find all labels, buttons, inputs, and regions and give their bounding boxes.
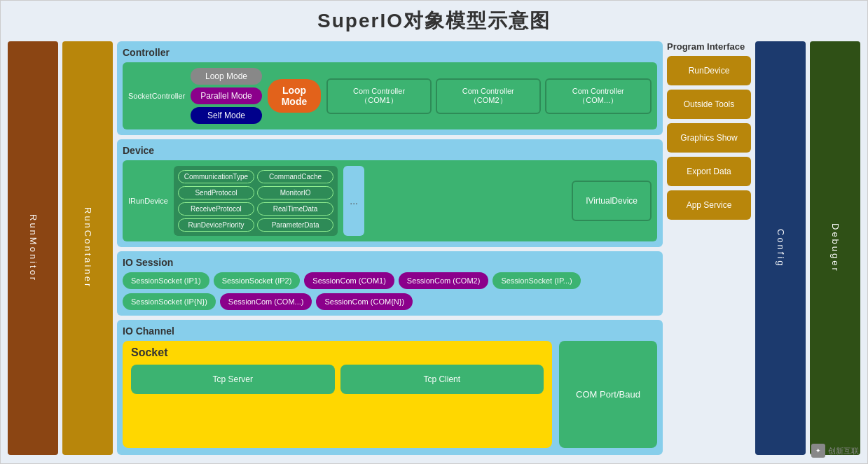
program-interface-col: Program Interface RunDevice Outside Tool… bbox=[667, 41, 751, 455]
com-controller-2: Com Controller（COM2） bbox=[436, 78, 541, 114]
watermark-icon: ✦ bbox=[811, 444, 825, 458]
io-channel-title: IO Channel bbox=[123, 325, 657, 337]
prop-cmd-cache: CommandCache bbox=[257, 170, 333, 183]
debuger-label: Debuger bbox=[830, 223, 841, 273]
dots-box: ... bbox=[343, 166, 364, 236]
config-label: Config bbox=[776, 229, 786, 268]
com-controllers: Com Controller（COM1） Com Controller（COM2… bbox=[326, 78, 652, 114]
tcp-client-button[interactable]: Tcp Client bbox=[340, 365, 544, 394]
run-container-col: RunContainer bbox=[62, 41, 113, 455]
device-inner: IRunDevice CommunicationType CommandCach… bbox=[123, 160, 657, 241]
session-com-4: SessionCom (COM{N}) bbox=[316, 293, 413, 310]
prop-param-data: ParameterData bbox=[257, 218, 333, 232]
controller-section: Controller SocketController Loop Mode Pa… bbox=[117, 41, 663, 135]
socket-buttons: Tcp Server Tcp Client bbox=[131, 365, 544, 394]
config-col: Config bbox=[755, 41, 806, 455]
outside-tools-button[interactable]: Outside Tools bbox=[667, 90, 751, 119]
prop-recv-proto: ReceiveProtocol bbox=[178, 202, 254, 216]
ivirtual-device-box: IVirtualDevice bbox=[572, 181, 652, 221]
graphics-show-button[interactable]: Graphics Show bbox=[667, 123, 751, 153]
export-data-button[interactable]: Export Data bbox=[667, 157, 751, 186]
session-socket-2: SessionSocket (IP2) bbox=[214, 272, 301, 289]
right-panel: Program Interface RunDevice Outside Tool… bbox=[667, 41, 860, 455]
socket-label: Socket bbox=[131, 346, 544, 359]
controller-title: Controller bbox=[123, 47, 657, 58]
session-socket-1: SessionSocket (IP1) bbox=[123, 272, 209, 289]
com-port-box: COM Port/Baud bbox=[559, 341, 657, 448]
debuger-col: Debuger bbox=[810, 41, 860, 455]
session-com-2: SessionCom (COM2) bbox=[399, 272, 489, 289]
session-socket-4: SessionSocket (IP{N}) bbox=[123, 293, 216, 310]
prop-realtime-data: RealTimeData bbox=[257, 202, 333, 216]
watermark-text: 创新互联 bbox=[828, 446, 859, 456]
center-area: Controller SocketController Loop Mode Pa… bbox=[117, 41, 663, 455]
prop-comm-type: CommunicationType bbox=[178, 170, 254, 183]
io-session-section: IO Session SessionSocket (IP1) SessionSo… bbox=[117, 251, 663, 316]
com-controller-3: Com Controller（COM...） bbox=[545, 78, 652, 114]
self-mode-button[interactable]: Self Mode bbox=[191, 107, 261, 124]
run-container-label: RunContainer bbox=[83, 207, 93, 288]
app-service-button[interactable]: App Service bbox=[667, 190, 751, 220]
io-channel-section: IO Channel Socket Tcp Server Tcp Client … bbox=[117, 320, 663, 455]
run-monitor-col: RunMonitor bbox=[8, 41, 58, 455]
irundevice-label: IRunDevice bbox=[128, 197, 168, 205]
io-session-title: IO Session bbox=[123, 257, 657, 268]
parallel-mode-button[interactable]: Parallel Mode bbox=[191, 87, 261, 104]
prop-run-priority: RunDevicePriority bbox=[178, 218, 254, 232]
content-area: RunMonitor RunContainer Controller Socke… bbox=[8, 41, 860, 455]
page-title: SuperIO对象模型示意图 bbox=[8, 8, 860, 34]
session-com-1: SessionCom (COM1) bbox=[304, 272, 394, 289]
io-session-inner: SessionSocket (IP1) SessionSocket (IP2) … bbox=[123, 272, 657, 310]
socket-controller-label: SocketController bbox=[128, 92, 185, 100]
socket-box: Socket Tcp Server Tcp Client bbox=[123, 341, 552, 448]
com-controller-1: Com Controller（COM1） bbox=[326, 78, 432, 114]
prop-send-proto: SendProtocol bbox=[178, 186, 254, 199]
session-socket-3: SessionSocket (IP...) bbox=[492, 272, 580, 289]
session-com-3: SessionCom (COM...) bbox=[220, 293, 312, 310]
program-interface-title: Program Interface bbox=[667, 41, 751, 52]
run-device-button[interactable]: RunDevice bbox=[667, 56, 751, 85]
controller-inner: SocketController Loop Mode Parallel Mode… bbox=[123, 62, 657, 129]
mode-buttons-col: Loop Mode Parallel Mode Self Mode bbox=[191, 68, 261, 124]
tcp-server-button[interactable]: Tcp Server bbox=[131, 365, 335, 394]
device-title: Device bbox=[123, 145, 657, 156]
io-channel-inner: Socket Tcp Server Tcp Client COM Port/Ba… bbox=[123, 341, 657, 448]
pi-buttons: RunDevice Outside Tools Graphics Show Ex… bbox=[667, 56, 751, 220]
device-section: Device IRunDevice CommunicationType Comm… bbox=[117, 139, 663, 247]
loop-mode-button[interactable]: Loop Mode bbox=[191, 68, 261, 85]
device-props-box: CommunicationType CommandCache SendProto… bbox=[174, 166, 338, 236]
loop-mode-bar: Loop Mode bbox=[268, 79, 322, 113]
prop-monitor-io: MonitorIO bbox=[257, 186, 333, 199]
run-monitor-label: RunMonitor bbox=[28, 214, 39, 282]
watermark: ✦ 创新互联 bbox=[811, 444, 859, 458]
main-container: SuperIO对象模型示意图 RunMonitor RunContainer C… bbox=[0, 0, 868, 464]
